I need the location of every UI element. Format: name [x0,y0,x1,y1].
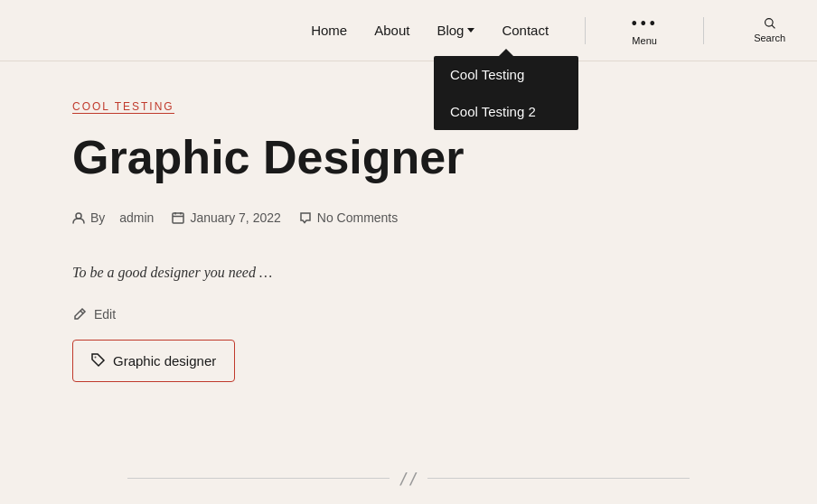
svg-line-7 [80,311,83,313]
svg-line-1 [772,25,775,29]
tag-icon [91,353,106,368]
footer-line-left [127,478,390,479]
svg-point-2 [76,213,81,219]
category-label[interactable]: COOL TESTING [72,100,174,114]
post-date: January 7, 2022 [172,210,280,225]
site-header: Home About Blog Contact ••• Menu Search … [0,0,817,61]
footer-divider: // [0,469,817,488]
chevron-down-icon [467,28,474,33]
nav-divider-2 [703,17,704,44]
tag-box[interactable]: Graphic designer [72,340,235,382]
post-comments: No Comments [299,210,398,225]
nav-blog[interactable]: Blog [437,23,474,38]
dropdown-item-cool-testing-2[interactable]: Cool Testing 2 [434,93,578,130]
nav-home[interactable]: Home [311,23,347,38]
calendar-icon [172,211,184,224]
post-author-name[interactable]: admin [119,210,154,225]
footer-line-right [427,478,690,479]
svg-rect-3 [173,213,183,223]
post-date-value: January 7, 2022 [190,210,280,225]
main-nav: Home About Blog Contact ••• Menu Search [311,10,817,51]
nav-contact[interactable]: Contact [502,23,549,38]
post-by: By [90,210,105,225]
menu-button[interactable]: ••• Menu [622,10,667,51]
search-icon [764,17,776,30]
blog-dropdown: Cool Testing Cool Testing 2 [434,56,578,130]
post-comments-value: No Comments [317,210,398,225]
nav-divider-1 [585,17,586,44]
post-meta: By admin January 7, 2022 No Comments [72,210,651,225]
nav-about[interactable]: About [374,23,409,38]
footer-slash: // [399,469,418,488]
menu-label: Menu [632,35,657,46]
edit-label: Edit [94,307,116,322]
post-excerpt: To be a good designer you need … [72,261,651,285]
menu-dots-icon: ••• [631,14,658,33]
edit-link[interactable]: Edit [72,307,651,322]
search-button[interactable]: Search [740,13,799,48]
svg-point-8 [95,357,97,359]
author-icon [72,211,85,224]
main-content: COOL TESTING Graphic Designer By admin [0,61,723,418]
search-label: Search [754,33,785,43]
post-author: By admin [72,210,154,225]
svg-point-0 [765,19,773,27]
edit-icon [72,307,87,322]
post-title: Graphic Designer [72,132,569,183]
dropdown-item-cool-testing[interactable]: Cool Testing [434,56,578,93]
comment-icon [299,211,312,224]
tag-label: Graphic designer [113,353,216,369]
